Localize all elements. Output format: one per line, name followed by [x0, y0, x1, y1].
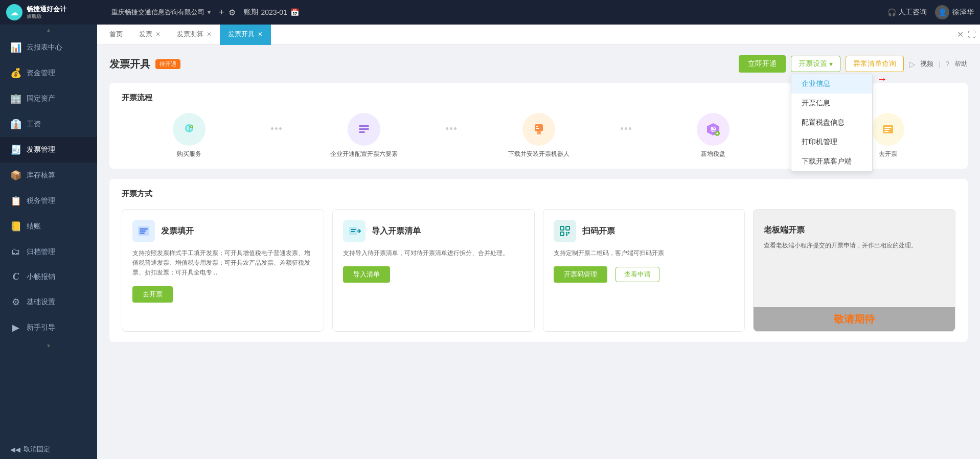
- tab-fapiao-close[interactable]: ✕: [155, 31, 161, 38]
- fapiao-icon: 🧾: [10, 144, 21, 155]
- separator: |: [939, 60, 941, 68]
- sidebar-item-gongzi[interactable]: 👔 工资: [0, 111, 97, 137]
- billing-methods-section: 开票方式: [109, 179, 968, 342]
- dropdown-item-xiazai[interactable]: 下载开票客户端: [791, 152, 872, 171]
- consult-label: 人工咨询: [898, 8, 927, 17]
- svg-rect-8: [359, 131, 365, 133]
- method-card-scan: 扫码开票 支持定制开票二维码，客户端可扫码开票 开票码管理 查看申请: [543, 209, 745, 332]
- shuiwu-icon: 📋: [10, 195, 21, 206]
- sidebar-item-shuiwu[interactable]: 📋 税务管理: [0, 188, 97, 214]
- svg-rect-20: [884, 129, 890, 130]
- dropdown-item-peizhi[interactable]: 配置税盘信息: [791, 113, 872, 132]
- help-label[interactable]: 帮助: [954, 59, 968, 68]
- methods-grid: 发票填开 支持按照发票样式手工填开发票；可开具增值税电子普通发票、增值税普通发票…: [122, 209, 955, 332]
- svg-rect-31: [560, 232, 564, 236]
- yunbao-icon: 📊: [10, 42, 21, 53]
- svg-text:税: 税: [710, 126, 717, 132]
- svg-rect-7: [359, 128, 369, 130]
- svg-rect-30: [566, 226, 569, 230]
- flow-connector-3: [606, 127, 646, 130]
- sidebar-item-zijin[interactable]: 💰 资金管理: [0, 60, 97, 86]
- tab-fapiao-label: 发票: [139, 30, 152, 39]
- settings-dropdown-button[interactable]: 开票设置 ▾: [791, 56, 840, 72]
- settings-icon[interactable]: ⚙: [229, 8, 236, 17]
- tab-fapiaocesuan-close[interactable]: ✕: [207, 31, 212, 38]
- dropdown-item-kaipiao[interactable]: 开票信息: [791, 94, 872, 113]
- flow-step-5-label: 去开票: [879, 150, 897, 158]
- page-actions: 立即开通 开票设置 ▾ 企业信息 →: [739, 55, 968, 73]
- tab-fapiaocesuan[interactable]: 发票测算 ✕: [169, 25, 220, 45]
- red-arrow-indicator: →: [877, 73, 887, 85]
- guidang-icon: 🗂: [10, 246, 21, 257]
- maximize-icon[interactable]: ⛶: [968, 30, 976, 39]
- settings-dropdown-wrapper: 开票设置 ▾ 企业信息 → 开票信息: [791, 56, 840, 72]
- settings-chevron-icon: ▾: [829, 60, 833, 68]
- dropdown-peizhi-label: 配置税盘信息: [802, 118, 845, 126]
- method-import-btn[interactable]: 导入清单: [343, 266, 390, 283]
- sidebar-item-guidang[interactable]: 🗂 归档管理: [0, 239, 97, 264]
- sidebar-scroll-up[interactable]: ▲: [0, 25, 97, 35]
- page-title-row: 发票开具 待开通 立即开通 开票设置 ▾ 企业信息: [109, 55, 968, 73]
- svg-rect-29: [560, 226, 564, 230]
- method-card-boss: 老板端开票 查看老板端小程序提交的开票申请，并作出相应的处理。 敬请期待: [753, 209, 955, 332]
- sidebar-label-zijin: 资金管理: [27, 68, 55, 78]
- period-value: 2023-01: [261, 8, 287, 16]
- flow-step-4-icon: 税: [697, 113, 730, 146]
- sidebar-item-yunbao[interactable]: 📊 云报表中心: [0, 35, 97, 60]
- billing-methods-title: 开票方式: [122, 189, 955, 199]
- dropdown-item-qiye[interactable]: 企业信息 →: [791, 74, 872, 94]
- method-boss-desc: 查看老板端小程序提交的开票申请，并作出相应的处理。: [764, 241, 945, 250]
- svg-rect-6: [359, 125, 369, 127]
- gudingzichan-icon: 🏢: [10, 93, 21, 104]
- gongzi-icon: 👔: [10, 119, 21, 130]
- method-fill-icon: [132, 220, 155, 242]
- method-fill-desc: 支持按照发票样式手工填开发票；可开具增值税电子普通发票、增值税普通发票、增值税专…: [132, 248, 313, 278]
- flow-step-1-icon: [173, 113, 206, 146]
- method-scan-btn2[interactable]: 查看申请: [616, 267, 659, 282]
- sidebar-item-kucun[interactable]: 📦 库存核算: [0, 163, 97, 188]
- tab-home-label: 首页: [109, 30, 123, 39]
- play-icon: ▷: [909, 59, 915, 69]
- method-scan-btn[interactable]: 开票码管理: [554, 266, 607, 283]
- sidebar-item-fapiao[interactable]: 🧾 发票管理: [0, 137, 97, 163]
- sidebar-cancel-pin[interactable]: ◀◀ 取消固定: [0, 440, 97, 459]
- xiaochang-icon: C: [10, 271, 21, 282]
- flow-connector-1: [256, 127, 297, 130]
- calendar-icon[interactable]: 📅: [290, 8, 299, 16]
- method-fill-btn[interactable]: 去开票: [132, 286, 173, 303]
- sidebar-item-xiaochang[interactable]: C 小畅报销: [0, 264, 97, 289]
- sidebar-item-gudingzichan[interactable]: 🏢 固定资产: [0, 86, 97, 111]
- sidebar-item-jichushezhi[interactable]: ⚙ 基础设置: [0, 289, 97, 315]
- user-area[interactable]: 👤 徐泽华: [935, 5, 974, 19]
- jiezhang-icon: 📒: [10, 221, 21, 232]
- close-tab-icon[interactable]: ✕: [957, 30, 964, 39]
- tab-fapiaokaiqu-close[interactable]: ✕: [258, 31, 263, 38]
- tab-fapiaokaiqu[interactable]: 发票开具 ✕: [220, 25, 271, 45]
- consult-button[interactable]: 🎧 人工咨询: [887, 8, 927, 17]
- abnormal-button[interactable]: 异常清单查询: [846, 56, 904, 72]
- tab-fapiaokaiqu-label: 发票开具: [228, 30, 255, 39]
- sidebar-item-jiezhang[interactable]: 📒 结账: [0, 214, 97, 239]
- header-company[interactable]: 重庆畅捷交通信息咨询有限公司 ▾: [103, 8, 219, 17]
- video-label[interactable]: 视频: [920, 59, 933, 68]
- help-icon: ?: [945, 60, 949, 68]
- method-import-icon: [343, 220, 366, 242]
- svg-rect-23: [140, 228, 148, 230]
- activate-button[interactable]: 立即开通: [739, 55, 786, 73]
- sidebar-item-xinshou[interactable]: ▶ 新手引导: [0, 315, 97, 340]
- company-name: 重庆畅捷交通信息咨询有限公司: [111, 8, 204, 17]
- svg-rect-12: [536, 128, 539, 129]
- method-card-import: 导入开票清单 支持导入待开票清单，可对待开票清单进行拆分、合并处理。 导入清单: [332, 209, 535, 332]
- add-button[interactable]: +: [219, 7, 224, 18]
- flow-step-2: 企业开通配置开票六要素: [297, 113, 431, 158]
- sidebar-scroll-down[interactable]: ▼: [0, 340, 97, 351]
- tab-home[interactable]: 首页: [101, 25, 131, 45]
- tab-fapiao[interactable]: 发票 ✕: [131, 25, 169, 45]
- flow-step-2-icon: [348, 113, 380, 146]
- dropdown-item-dayinji[interactable]: 打印机管理: [791, 132, 872, 152]
- company-dropdown-arrow[interactable]: ▾: [208, 9, 211, 16]
- sidebar-label-shuiwu: 税务管理: [27, 196, 55, 205]
- method-scan-desc: 支持定制开票二维码，客户端可扫码开票: [554, 248, 735, 258]
- svg-rect-25: [140, 233, 145, 234]
- flow-step-1-label: 购买服务: [177, 150, 201, 158]
